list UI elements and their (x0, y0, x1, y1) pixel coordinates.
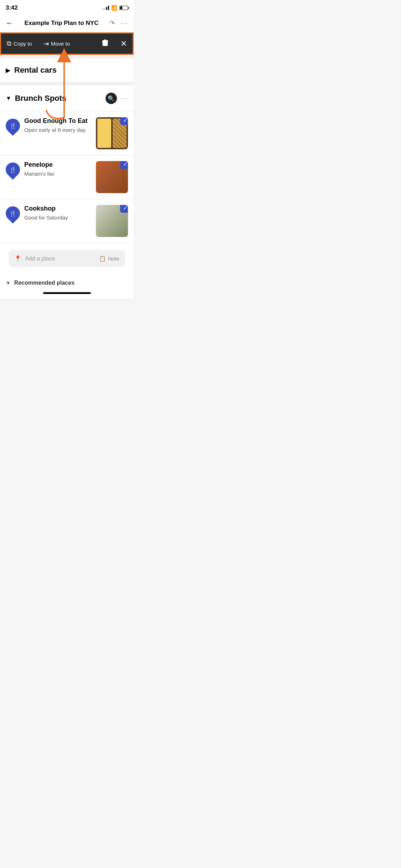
restaurant-name-1: Good Enough To Eat (24, 117, 92, 125)
restaurant-image-1: ✓ (96, 117, 128, 149)
restaurant-item-3[interactable]: 🍴 Cookshop Good for Saturday ✓ (0, 199, 134, 243)
restaurant-desc-2: Mariam's fav (24, 171, 92, 177)
fork-knife-icon-3: 🍴 (9, 210, 16, 217)
back-button[interactable]: ← (6, 19, 14, 28)
restaurant-pin-2: 🍴 (3, 160, 23, 180)
restaurant-desc-1: Open early at 8 every day. (24, 127, 92, 133)
check-badge-3: ✓ (120, 205, 128, 213)
section-divider-1 (0, 55, 134, 58)
page-wrapper: 3:42 📶 ← Example Trip Plan to NYC ↷ ··· … (0, 0, 134, 298)
move-to-label: Move to (51, 41, 70, 47)
more-options-button[interactable]: ··· (120, 20, 128, 27)
recommended-title: Recommended places (14, 280, 74, 286)
section-divider-2 (0, 82, 134, 86)
restaurant-name-2: Penelope (24, 161, 92, 169)
status-icons: 📶 (103, 5, 128, 11)
header-actions: ↷ ··· (109, 19, 128, 27)
delete-button[interactable] (96, 33, 115, 54)
rental-cars-chevron-right: ▶ (6, 67, 10, 74)
check-badge-2: ✓ (120, 161, 128, 169)
restaurant-item-1[interactable]: 🍴 Good Enough To Eat Open early at 8 eve… (0, 112, 134, 155)
home-bar (43, 292, 91, 294)
page-title: Example Trip Plan to NYC (14, 20, 109, 27)
signal-bar-2 (104, 8, 106, 10)
status-bar: 3:42 📶 (0, 0, 134, 14)
restaurant-pin-3: 🍴 (3, 203, 23, 224)
header: ← Example Trip Plan to NYC ↷ ··· (0, 14, 134, 32)
restaurant-info-1: Good Enough To Eat Open early at 8 every… (24, 117, 92, 133)
close-button[interactable]: ✕ (115, 34, 133, 53)
signal-bar-3 (106, 7, 107, 10)
restaurant-image-3: ✓ (96, 205, 128, 237)
restaurant-desc-3: Good for Saturday (24, 215, 92, 221)
add-note-button[interactable]: 📋 Note (99, 255, 119, 262)
location-pin-icon: 📍 (14, 255, 21, 262)
brunch-more-button[interactable]: ··· (120, 95, 128, 102)
restaurant-info-2: Penelope Mariam's fav (24, 161, 92, 177)
search-button[interactable]: 🔍 (106, 93, 117, 104)
brunch-spots-header: ▼ Brunch Spots 🔍 ··· (0, 86, 134, 112)
trash-icon (101, 38, 109, 47)
move-to-button[interactable]: ⇥ Move to (38, 35, 76, 53)
rental-cars-title: Rental cars (14, 66, 57, 75)
restaurant-image-2: ✓ (96, 161, 128, 193)
search-icon: 🔍 (108, 95, 115, 102)
restaurant-name-3: Cookshop (24, 205, 92, 212)
status-time: 3:42 (6, 4, 18, 11)
add-place-row[interactable]: 📍 Add a place 📋 Note (9, 250, 125, 267)
note-label: Note (108, 255, 119, 262)
note-icon: 📋 (99, 255, 106, 262)
home-bar-area (0, 288, 134, 298)
battery-icon (119, 6, 128, 10)
signal-icon (103, 6, 109, 10)
rental-cars-section[interactable]: ▶ Rental cars (0, 58, 134, 82)
battery-fill (120, 6, 122, 9)
check-badge-1: ✓ (120, 117, 128, 125)
copy-to-button[interactable]: ⧉ Copy to (1, 35, 38, 52)
fork-knife-icon-2: 🍴 (9, 166, 16, 173)
restaurant-pin-1: 🍴 (3, 116, 23, 136)
recommended-section[interactable]: ▼ Recommended places (0, 274, 134, 288)
copy-to-label: Copy to (14, 41, 32, 47)
add-place-placeholder: Add a place (25, 255, 55, 262)
action-toolbar: ⧉ Copy to ⇥ Move to ✕ (0, 32, 134, 55)
fork-knife-icon-1: 🍴 (9, 123, 16, 129)
move-icon: ⇥ (43, 40, 49, 48)
restaurant-item-2[interactable]: 🍴 Penelope Mariam's fav ✓ (0, 155, 134, 199)
restaurant-info-3: Cookshop Good for Saturday (24, 205, 92, 221)
egg-visual (97, 119, 111, 148)
copy-icon: ⧉ (7, 40, 11, 47)
brunch-chevron-down: ▼ (6, 95, 11, 102)
add-place-left: 📍 Add a place (14, 255, 55, 262)
brunch-spots-title: Brunch Spots (15, 94, 102, 103)
signal-bar-1 (103, 9, 104, 10)
recommended-chevron: ▼ (6, 280, 11, 286)
wifi-icon: 📶 (111, 5, 117, 11)
share-button[interactable]: ↷ (109, 19, 115, 27)
signal-bar-4 (108, 6, 109, 10)
